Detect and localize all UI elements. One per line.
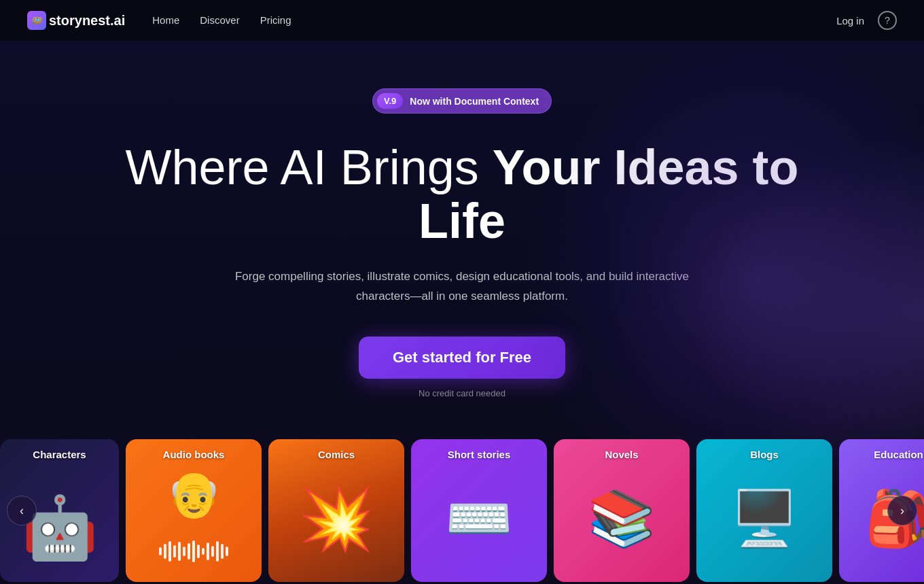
carousel-card-blogs[interactable]: Blogs 🖥️ [696, 439, 832, 582]
nav-links: Home Discover Pricing [152, 14, 291, 27]
card-label-shortstories: Short stories [411, 449, 547, 460]
logo-icon: 🪺 [27, 11, 46, 30]
carousel-prev-button[interactable]: ‹ [7, 496, 37, 526]
card-illustration-blogs: 🖥️ [696, 439, 832, 582]
nav-link-discover[interactable]: Discover [200, 14, 239, 26]
carousel-next-button[interactable]: › [887, 496, 917, 526]
nav-link-pricing[interactable]: Pricing [260, 14, 291, 26]
nav-item-pricing[interactable]: Pricing [260, 14, 291, 27]
logo[interactable]: 🪺 storynest.ai [27, 11, 125, 30]
carousel-wrapper: Characters 🤖 Audio books 👴 [0, 439, 924, 582]
card-illustration-comics: 💥 [268, 439, 404, 582]
carousel-card-comics[interactable]: Comics 💥 [268, 439, 404, 582]
subheadline: Forge compelling stories, illustrate com… [217, 267, 707, 307]
navbar: 🪺 storynest.ai Home Discover Pricing Log… [0, 0, 924, 41]
carousel-section: ‹ Characters 🤖 Audio books 👴 [0, 439, 924, 582]
login-button[interactable]: Log in [836, 15, 864, 27]
logo-text: storynest.ai [49, 13, 125, 29]
waveform [159, 527, 228, 562]
main-headline: Where AI Brings Your Ideas to Life [122, 141, 802, 248]
nav-item-home[interactable]: Home [152, 14, 179, 27]
card-illustration-novels: 📚 [554, 439, 690, 582]
version-text: Now with Document Context [410, 96, 539, 107]
nav-right: Log in ? [836, 11, 897, 30]
card-label-comics: Comics [268, 449, 404, 460]
carousel-card-shortstories[interactable]: Short stories ⌨️ [411, 439, 547, 582]
card-label-blogs: Blogs [696, 449, 832, 460]
card-label-audiobooks: Audio books [126, 449, 262, 460]
hero-section: V.9 Now with Document Context Where AI B… [0, 41, 924, 584]
carousel-card-novels[interactable]: Novels 📚 [554, 439, 690, 582]
card-label-characters: Characters [0, 449, 119, 460]
carousel-card-audiobooks[interactable]: Audio books 👴 [126, 439, 262, 582]
version-badge[interactable]: V.9 Now with Document Context [372, 88, 552, 114]
card-illustration-audiobooks: 👴 [126, 439, 262, 582]
help-icon[interactable]: ? [878, 11, 897, 30]
nav-link-home[interactable]: Home [152, 14, 179, 26]
no-card-text: No credit card needed [419, 388, 505, 398]
card-label-education: Education [839, 449, 924, 460]
nav-item-discover[interactable]: Discover [200, 14, 239, 27]
headline-part1: Where AI Brings [126, 140, 493, 194]
cta-button[interactable]: Get started for Free [359, 337, 565, 379]
card-illustration-shortstories: ⌨️ [411, 439, 547, 582]
nav-left: 🪺 storynest.ai Home Discover Pricing [27, 11, 291, 30]
card-label-novels: Novels [554, 449, 690, 460]
version-tag: V.9 [377, 93, 403, 109]
